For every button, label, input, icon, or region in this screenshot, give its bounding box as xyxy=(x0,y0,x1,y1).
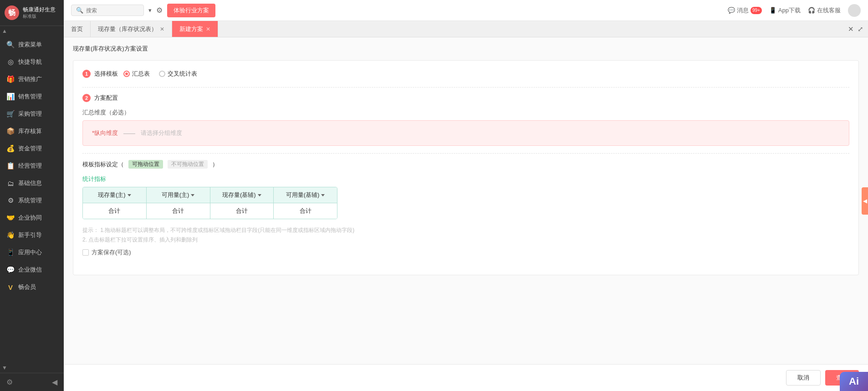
col-chevron-0[interactable] xyxy=(128,194,131,196)
marketing-icon: 🎁 xyxy=(6,75,15,83)
slide-handle-icon: ◀ xyxy=(863,198,867,204)
sidebar-item-vip[interactable]: V 畅会员 xyxy=(0,278,64,296)
radio-cross-circle xyxy=(159,71,165,77)
vip-icon: V xyxy=(6,283,15,291)
search-box[interactable]: 🔍 xyxy=(71,5,144,16)
col-chevron-1[interactable] xyxy=(191,194,194,196)
tab-home[interactable]: 首页 xyxy=(64,21,91,37)
radio-summary-circle xyxy=(123,71,130,77)
sidebar-item-marketing[interactable]: 🎁 营销推广 xyxy=(0,71,64,88)
template-radio-group: 汇总表 交叉统计表 xyxy=(123,70,197,78)
settings-gear-icon[interactable]: ⚙ xyxy=(156,6,163,15)
new-plan-tab-label: 新建方案 xyxy=(179,25,203,33)
radio-summary-label: 汇总表 xyxy=(132,70,150,78)
col-body-2: 合计 xyxy=(210,203,274,219)
save-label: 方案保存(可选) xyxy=(92,248,131,257)
sidebar-item-operations[interactable]: 📋 经营管理 xyxy=(0,157,64,175)
main-area: 🔍 ▾ ⚙ 体验行业方案 💬 消息 99+ 📱 App下载 🎧 在线客服 xyxy=(64,0,868,391)
tabs-bar: 首页 现存量（库存状况表） ✕ 新建方案 ✕ ✕ ⤢ xyxy=(64,21,868,37)
section1-number: 1 xyxy=(82,70,91,78)
messages-button[interactable]: 💬 消息 99+ xyxy=(728,6,762,15)
settings-panel: 1 选择模板 汇总表 交叉统计表 xyxy=(73,60,859,275)
sidebar-scroll-up[interactable]: ▲ xyxy=(0,26,64,36)
radio-cross[interactable]: 交叉统计表 xyxy=(159,70,197,78)
col-header-0[interactable]: 现存量(主) xyxy=(83,187,147,203)
close-panel-icon[interactable]: ✕ xyxy=(848,25,854,33)
tab-extras: ✕ ⤢ xyxy=(848,25,868,33)
section-plan-config: 2 方案配置 汇总维度（必选） *纵向维度 —— 请选择分组维度 模板指标设定（… xyxy=(82,94,849,257)
mobile-icon: 📱 xyxy=(769,7,776,14)
slide-handle[interactable]: ◀ xyxy=(862,187,868,215)
sidebar-logo: 畅 畅康通好生意 标准版 xyxy=(0,0,64,26)
col-header-label-3: 可用量(基辅) xyxy=(286,191,320,199)
footer-bar: 取消 查询 xyxy=(64,364,868,391)
sidebar-item-system[interactable]: ⚙ 系统管理 xyxy=(0,192,64,209)
settings-icon[interactable]: ⚙ xyxy=(6,378,13,386)
section2-number: 2 xyxy=(82,94,91,102)
col-header-label-2: 现存量(基辅) xyxy=(222,191,256,199)
app-download-button[interactable]: 📱 App下载 xyxy=(769,6,801,15)
inventory-tab-label: 现存量（库存状况表） xyxy=(98,25,157,33)
section1-header: 1 选择模板 汇总表 交叉统计表 xyxy=(82,70,849,78)
user-avatar[interactable] xyxy=(848,4,861,17)
sidebar-item-search[interactable]: 🔍 搜索菜单 xyxy=(0,36,64,53)
tip-item-2: 2. 点击标题栏下拉可设置排序、插入列和删除列 xyxy=(82,236,849,244)
tips-section: 提示： 1.拖动标题栏可以调整布局，不可跨维度或指标区域拖动栏目字段(只能在同一… xyxy=(82,226,849,244)
movable-badge: 可拖动位置 xyxy=(128,160,163,169)
radio-cross-label: 交叉统计表 xyxy=(168,70,197,78)
col-header-3[interactable]: 可用量(基辅) xyxy=(274,187,337,203)
sidebar-item-newbie[interactable]: 👋 新手引导 xyxy=(0,226,64,244)
page-title: 现存量(库存状况表)方案设置 xyxy=(73,45,859,53)
cancel-button[interactable]: 取消 xyxy=(786,370,821,386)
app-logo-icon: 畅 xyxy=(5,5,19,20)
indicator-settings-prefix: 模板指标设定（ xyxy=(82,160,124,169)
arrow-separator: —— xyxy=(123,130,135,137)
indicator-settings-suffix: ） xyxy=(212,160,218,169)
sidebar-item-inventory[interactable]: 📦 库存核算 xyxy=(0,123,64,140)
save-checkbox[interactable] xyxy=(82,249,89,256)
collapse-icon[interactable]: ◀ xyxy=(52,378,57,386)
home-tab-label: 首页 xyxy=(71,25,83,33)
trial-industry-button[interactable]: 体验行业方案 xyxy=(167,4,215,17)
indicator-settings: 模板指标设定（ 可拖动位置 不可拖动位置 ） xyxy=(82,160,849,169)
col-body-3: 合计 xyxy=(274,203,337,219)
col-header-2[interactable]: 现存量(基辅) xyxy=(210,187,274,203)
app-center-icon: 📱 xyxy=(6,248,15,257)
search-input[interactable] xyxy=(86,7,139,14)
sidebar-item-enterprise[interactable]: 🤝 企业协同 xyxy=(0,209,64,226)
sidebar-scroll-down[interactable]: ▼ xyxy=(0,363,64,373)
expand-panel-icon[interactable]: ⤢ xyxy=(858,25,863,33)
sidebar-item-wechat[interactable]: 💬 企业微信 xyxy=(0,261,64,278)
section-divider-1 xyxy=(82,87,849,87)
dropdown-button[interactable]: ▾ xyxy=(148,7,152,14)
col-header-1[interactable]: 可用量(主) xyxy=(147,187,210,203)
system-icon: ⚙ xyxy=(6,196,15,205)
radio-summary[interactable]: 汇总表 xyxy=(123,70,150,78)
col-body-0: 合计 xyxy=(83,203,147,219)
col-body-1: 合计 xyxy=(147,203,210,219)
new-plan-tab-close[interactable]: ✕ xyxy=(206,26,210,32)
dimension-label: 汇总维度（必选） xyxy=(82,108,849,117)
save-option: 方案保存(可选) xyxy=(82,248,849,257)
sidebar-item-app-center[interactable]: 📱 应用中心 xyxy=(0,244,64,261)
tab-new-plan[interactable]: 新建方案 ✕ xyxy=(172,21,218,37)
fixed-badge: 不可拖动位置 xyxy=(168,160,208,169)
col-chevron-2[interactable] xyxy=(258,194,261,196)
inventory-tab-close[interactable]: ✕ xyxy=(160,26,164,32)
sidebar-item-basic-info[interactable]: 🗂 基础信息 xyxy=(0,175,64,192)
tab-inventory[interactable]: 现存量（库存状况表） ✕ xyxy=(91,21,172,37)
stats-table: 现存量(主) 可用量(主) 现存量(基辅) 可用量(基辅) xyxy=(82,187,337,219)
sidebar-item-finance[interactable]: 💰 资金管理 xyxy=(0,140,64,157)
quick-nav-icon: ◎ xyxy=(6,58,15,66)
stats-table-body: 合计 合计 合计 合计 xyxy=(83,203,337,219)
sidebar-item-sales[interactable]: 📊 销售管理 xyxy=(0,88,64,105)
dimension-required-area[interactable]: *纵向维度 —— 请选择分组维度 xyxy=(82,120,849,146)
online-service-button[interactable]: 🎧 在线客服 xyxy=(808,6,841,15)
ai-badge[interactable]: Ai xyxy=(840,372,868,391)
sidebar-item-purchase[interactable]: 🛒 采购管理 xyxy=(0,105,64,123)
section-divider-2 xyxy=(82,153,849,154)
col-chevron-3[interactable] xyxy=(321,194,325,196)
message-icon: 💬 xyxy=(728,7,735,14)
purchase-icon: 🛒 xyxy=(6,110,15,118)
sidebar-item-quick-nav[interactable]: ◎ 快捷导航 xyxy=(0,53,64,71)
